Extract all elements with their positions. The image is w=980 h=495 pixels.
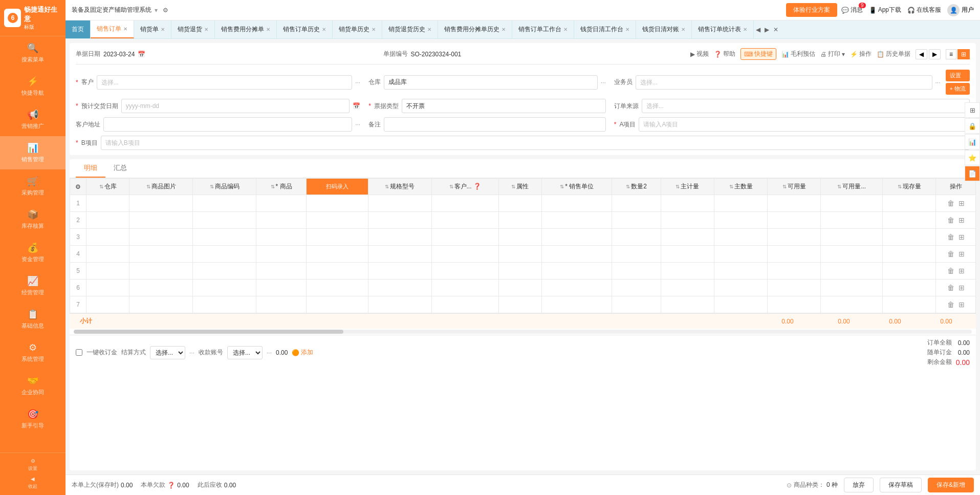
row-available2[interactable]	[821, 279, 883, 296]
settle-expand-icon[interactable]: ···	[189, 349, 194, 356]
row-available2[interactable]	[821, 246, 883, 263]
horizontal-scrollbar[interactable]	[74, 330, 972, 334]
row-available[interactable]	[768, 195, 821, 212]
prev-record-btn[interactable]: ◀	[916, 49, 927, 59]
account-select[interactable]: 选择...	[227, 346, 263, 359]
history-btn[interactable]: 📋 历史单据	[877, 50, 910, 58]
row-copy-btn[interactable]: ⊞	[957, 299, 966, 310]
row-spec[interactable]	[368, 246, 431, 263]
sidebar-item-新手引导[interactable]: 🎯新手引导	[0, 402, 66, 436]
row-current[interactable]	[883, 212, 936, 229]
row-code[interactable]	[193, 296, 256, 313]
side-icon-1[interactable]: ⊞	[965, 102, 980, 118]
tab-12[interactable]: 销售订单统计表 ✕	[692, 20, 754, 38]
address-input[interactable]	[103, 117, 352, 132]
row-available[interactable]	[768, 229, 821, 246]
row-product[interactable]	[256, 279, 307, 296]
account-expand-icon[interactable]: ···	[267, 349, 272, 356]
tab-nav-right[interactable]: ▶	[763, 20, 771, 38]
address-expand-icon[interactable]: ···	[355, 121, 360, 128]
row-main-unit[interactable]	[661, 263, 714, 279]
tab-summary[interactable]: 汇总	[105, 159, 135, 178]
sidebar-item-企业协同[interactable]: 🤝企业协同	[0, 369, 66, 402]
add-logistics-btn[interactable]: + 物流	[946, 83, 970, 95]
row-attr[interactable]	[498, 296, 541, 313]
next-record-btn[interactable]: ▶	[929, 49, 941, 59]
settings-btn[interactable]: 设置	[946, 70, 970, 81]
add-payment-btn[interactable]: 🟠 添加	[292, 348, 313, 357]
row-qty2[interactable]	[612, 246, 661, 263]
sidebar-item-资金管理[interactable]: 💰资金管理	[0, 236, 66, 269]
delivery-calendar-icon[interactable]: 📅	[353, 102, 360, 110]
date-calendar-icon[interactable]: 📅	[138, 51, 145, 58]
tab-5[interactable]: 销售订单历史 ✕	[277, 20, 333, 38]
tab-close-icon[interactable]: ✕	[161, 27, 165, 32]
tab-6[interactable]: 销货单历史 ✕	[333, 20, 382, 38]
tab-7[interactable]: 销货退货历史 ✕	[382, 20, 438, 38]
row-unit[interactable]	[542, 195, 612, 212]
row-customer-code[interactable]	[431, 279, 498, 296]
customer-expand-icon[interactable]: ···	[355, 79, 360, 86]
tab-1[interactable]: 销售订单 ✕	[91, 20, 134, 38]
tab-9[interactable]: 销售订单工作台 ✕	[512, 20, 574, 38]
row-qty2[interactable]	[612, 229, 661, 246]
view-video-btn[interactable]: ▶ 视频	[690, 50, 709, 58]
tab-2[interactable]: 销货单 ✕	[134, 20, 171, 38]
row-copy-btn[interactable]: ⊞	[957, 283, 966, 293]
delivery-date-input[interactable]	[121, 99, 350, 113]
tab-4[interactable]: 销售费用分摊单 ✕	[215, 20, 277, 38]
sidebar-item-系统管理[interactable]: ⚙系统管理	[0, 336, 66, 369]
row-delete-btn[interactable]: 🗑	[946, 232, 955, 242]
row-current[interactable]	[883, 296, 936, 313]
row-main-qty[interactable]	[714, 263, 767, 279]
system-settings-icon[interactable]: ⚙	[163, 7, 168, 14]
row-warehouse[interactable]	[86, 296, 129, 313]
row-delete-btn[interactable]: 🗑	[946, 198, 955, 208]
row-available[interactable]	[768, 296, 821, 313]
row-product[interactable]	[256, 195, 307, 212]
print-btn[interactable]: 🖨 打印 ▾	[820, 50, 845, 58]
row-qty2[interactable]	[612, 212, 661, 229]
row-warehouse[interactable]	[86, 246, 129, 263]
sidebar-item-销售管理[interactable]: 📊销售管理	[0, 136, 66, 169]
row-product[interactable]	[256, 246, 307, 263]
th-settings[interactable]: ⚙	[70, 179, 86, 195]
row-customer-code[interactable]	[431, 195, 498, 212]
row-customer-code[interactable]	[431, 296, 498, 313]
sidebar-item-经营管理[interactable]: 📈经营管理	[0, 269, 66, 303]
row-delete-btn[interactable]: 🗑	[946, 215, 955, 225]
row-customer-code[interactable]	[431, 212, 498, 229]
row-warehouse[interactable]	[86, 212, 129, 229]
help-btn[interactable]: ❓ 帮助	[714, 50, 735, 58]
row-code[interactable]	[193, 195, 256, 212]
tab-close-all[interactable]: ✕	[771, 20, 780, 38]
salesperson-input[interactable]	[636, 75, 932, 90]
row-attr[interactable]	[498, 279, 541, 296]
row-unit[interactable]	[542, 263, 612, 279]
row-attr[interactable]	[498, 212, 541, 229]
row-copy-btn[interactable]: ⊞	[957, 198, 966, 208]
side-icon-3[interactable]: 📊	[965, 134, 980, 149]
one-click-checkbox[interactable]	[76, 349, 82, 356]
tab-close-icon[interactable]: ✕	[372, 27, 376, 32]
tab-8[interactable]: 销售费用分摊单历史 ✕	[438, 20, 512, 38]
row-current[interactable]	[883, 229, 936, 246]
tab-close-icon[interactable]: ✕	[743, 27, 747, 32]
tab-close-icon[interactable]: ✕	[266, 27, 270, 32]
sidebar-collapse[interactable]: ◀收起	[28, 476, 37, 490]
row-main-unit[interactable]	[661, 296, 714, 313]
salesperson-expand-icon[interactable]: ···	[935, 79, 941, 86]
row-attr[interactable]	[498, 246, 541, 263]
row-available[interactable]	[768, 246, 821, 263]
row-qty2[interactable]	[612, 279, 661, 296]
operations-btn[interactable]: ⚡ 操作	[850, 50, 872, 58]
row-main-unit[interactable]	[661, 212, 714, 229]
row-qty2[interactable]	[612, 263, 661, 279]
row-main-qty[interactable]	[714, 212, 767, 229]
row-main-qty[interactable]	[714, 246, 767, 263]
list-view-btn[interactable]: ≡	[946, 49, 956, 59]
row-product[interactable]	[256, 229, 307, 246]
tab-close-icon[interactable]: ✕	[681, 27, 685, 32]
tab-nav-left[interactable]: ◀	[754, 20, 763, 38]
row-available2[interactable]	[821, 212, 883, 229]
